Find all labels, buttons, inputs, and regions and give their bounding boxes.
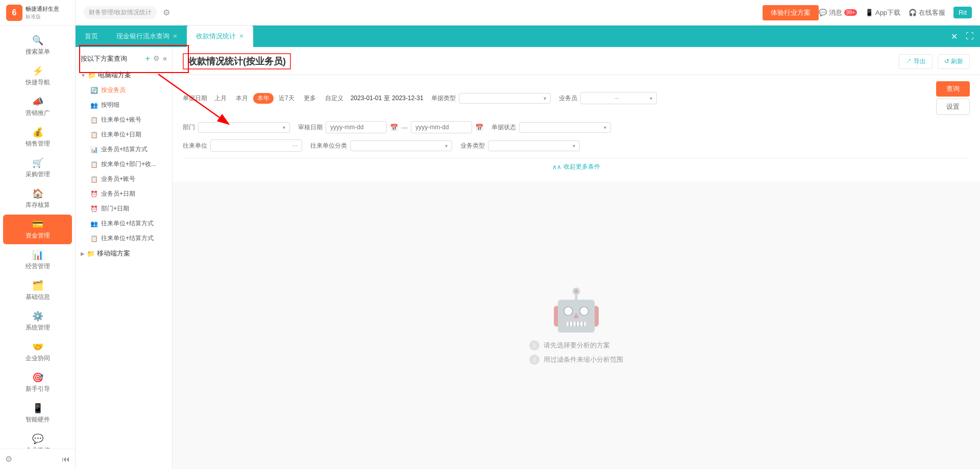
refresh-icon: ↺ [944, 58, 949, 65]
salesperson-settle-icon: 📊 [90, 146, 98, 153]
sidebar-item-search[interactable]: 🔍 搜索菜单 [3, 31, 72, 60]
sidebar-item-hardware[interactable]: 📱 智能硬件 [3, 398, 72, 428]
salesperson-account-icon: 📋 [90, 176, 98, 183]
sidebar-item-marketing[interactable]: 📣 营销推广 [3, 92, 72, 122]
date-tab-custom[interactable]: 自定义 [321, 93, 348, 104]
main-content: 财务管理/收款情况统计 ⚙ 体验行业方案 💬 消息 99+ 📱 App下载 🎧 … [76, 0, 980, 469]
dept-filter: 部门 ▾ [183, 122, 290, 133]
tab-collection-stats-close[interactable]: ✕ [239, 33, 244, 40]
message-item[interactable]: 💬 消息 99+ [819, 8, 857, 17]
sidebar-item-wechat[interactable]: 💬 企业微信 [3, 429, 72, 449]
date-label: 单据日期 [183, 94, 207, 103]
scheme-item-by-detail[interactable]: 👥 按明细 [76, 98, 172, 112]
sidebar-item-sales[interactable]: 💰 销售管理 [3, 123, 72, 152]
scheme-item-salesperson-account[interactable]: 📋 业务员+账号 [76, 172, 172, 186]
page-title: 收款情况统计(按业务员) [183, 53, 291, 69]
query-btn[interactable]: 查询 [936, 81, 970, 97]
dept-select[interactable]: ▾ [198, 122, 290, 133]
scheme-item-salesperson-date[interactable]: ⏰ 业务员+日期 [76, 186, 172, 201]
sidebar-item-guide[interactable]: 🎯 新手引导 [3, 368, 72, 397]
page-title-row: 收款情况统计(按业务员) ↗ 导出 ↺ 刷新 [183, 53, 970, 69]
tab-home[interactable]: 首页 [76, 26, 107, 47]
scheme-item-dept-date[interactable]: ⏰ 部门+日期 [76, 201, 172, 216]
date-tab-last-month[interactable]: 上月 [210, 93, 231, 104]
tab-bar-close-btn[interactable]: ✕ [949, 30, 960, 43]
tab-collection-stats[interactable]: 收款情况统计 ✕ [187, 26, 253, 47]
salesperson-more-btn[interactable]: ··· [614, 95, 619, 102]
date-tab-this-year[interactable]: 本年 [253, 93, 274, 104]
by-detail-icon: 👥 [90, 102, 98, 109]
supplier-settle2-icon: 📋 [90, 235, 98, 242]
tab-bank-flow[interactable]: 现金银行流水查询 ✕ [107, 26, 187, 47]
logo-text: 畅捷通好生意 标准版 [26, 5, 59, 20]
voucher-type-select[interactable]: ▾ [459, 93, 551, 104]
mobile-group-title[interactable]: ▶ 📁 移动端方案 [76, 246, 172, 261]
collapse-icon: ∧∧ [552, 163, 561, 171]
scheme-item-supplier-settle2[interactable]: 📋 往来单位+结算方式 [76, 231, 172, 246]
date-to: 2023-12-31 [392, 95, 423, 102]
scheme-collapse-btn[interactable]: « [163, 54, 167, 63]
business-type-select[interactable]: ▾ [488, 140, 580, 151]
sidebar-menu: 🔍 搜索菜单 ⚡ 快捷导航 📣 营销推广 💰 销售管理 🛒 采购管理 🏠 库存核… [0, 26, 75, 449]
scheme-item-supplier-settle1[interactable]: 👥 往来单位+结算方式 [76, 216, 172, 231]
tab-bank-flow-close[interactable]: ✕ [173, 33, 178, 40]
counterpart-select[interactable]: ··· [210, 139, 302, 152]
pc-scheme-group-title[interactable]: ▼ 📁 电脑端方案 [76, 67, 172, 83]
system-icon: ⚙️ [32, 311, 43, 322]
message-icon: 💬 [819, 9, 827, 16]
voucher-status-select[interactable]: ▾ [519, 122, 611, 133]
sidebar-item-purchase[interactable]: 🛒 采购管理 [3, 153, 72, 183]
salesperson-label: 业务员 [559, 94, 577, 103]
tab-bar-expand-btn[interactable]: ⛶ [964, 30, 976, 43]
breadcrumb: 财务管理/收款情况统计 [84, 6, 157, 19]
business-type-chevron: ▾ [573, 143, 575, 149]
export-icon: ↗ [905, 58, 912, 65]
marketing-icon: 📣 [32, 96, 43, 107]
salesperson-select[interactable]: ··· ▾ [580, 92, 657, 104]
supplier-settle1-icon: 👥 [90, 220, 98, 227]
voucher-type-label: 单据类型 [431, 94, 456, 103]
refresh-btn[interactable]: ↺ 刷新 [938, 54, 970, 69]
sidebar-item-operation[interactable]: 📊 经营管理 [3, 245, 72, 275]
collapse-bar[interactable]: ∧∧ 收起更多条件 [183, 158, 970, 175]
footer-settings-icon[interactable]: ⚙ [5, 454, 12, 464]
sidebar-item-finance[interactable]: 💳 资金管理 [3, 215, 72, 244]
footer-collapse-icon[interactable]: ⏮ [62, 455, 70, 464]
scheme-settings-btn[interactable]: ⚙ [153, 54, 160, 63]
left-panel-title: 按以下方案查询 [81, 54, 127, 63]
operation-icon: 📊 [32, 249, 43, 261]
calendar-icon-from[interactable]: 📅 [390, 124, 398, 131]
review-date-from[interactable] [326, 121, 387, 133]
user-avatar-item[interactable]: Rit [953, 7, 972, 18]
app-download-item[interactable]: 📱 App下载 [865, 8, 900, 17]
counterpart-more-btn[interactable]: ··· [292, 142, 298, 149]
date-tab-this-month[interactable]: 本月 [232, 93, 252, 104]
dept-chevron: ▾ [283, 125, 285, 130]
date-tab-last-7[interactable]: 近7天 [275, 93, 299, 104]
header-gear-icon[interactable]: ⚙ [163, 8, 170, 17]
add-scheme-btn[interactable]: + [145, 54, 150, 63]
search-icon: 🔍 [32, 35, 43, 46]
counterpart-category-select[interactable]: ▾ [350, 140, 452, 151]
date-tab-more[interactable]: 更多 [300, 93, 320, 104]
sidebar-item-enterprise[interactable]: 🤝 企业协同 [3, 337, 72, 367]
online-service-item[interactable]: 🎧 在线客服 [909, 8, 945, 17]
scheme-item-supplier-date[interactable]: 📋 往来单位+日期 [76, 127, 172, 142]
export-btn[interactable]: ↗ 导出 [899, 54, 932, 69]
filter-row-3: 往来单位 ··· 往来单位分类 ▾ [183, 139, 970, 152]
sidebar-item-quick-nav[interactable]: ⚡ 快捷导航 [3, 61, 72, 91]
review-date-to[interactable] [411, 121, 472, 133]
scheme-item-by-supplier-dept[interactable]: 📋 按来单位+部门+收... [76, 157, 172, 172]
sidebar-item-inventory[interactable]: 🏠 库存核算 [3, 184, 72, 214]
supplier-account-icon: 📋 [90, 116, 98, 124]
scheme-item-by-salesperson[interactable]: 🔄 按业务员 [76, 83, 172, 98]
calendar-icon-to[interactable]: 📅 [475, 124, 483, 131]
voucher-status-filter: 单据状态 ▾ [492, 122, 611, 133]
voucher-type-filter: 单据类型 ▾ [431, 93, 551, 104]
settings-btn[interactable]: 设置 [936, 99, 970, 115]
scheme-item-salesperson-settle[interactable]: 📊 业务员+结算方式 [76, 142, 172, 157]
sidebar-item-basic[interactable]: 🗂️ 基础信息 [3, 276, 72, 306]
sidebar-item-system[interactable]: ⚙️ 系统管理 [3, 307, 72, 336]
scheme-item-supplier-account[interactable]: 📋 往来单位+账号 [76, 112, 172, 127]
trial-btn[interactable]: 体验行业方案 [763, 5, 819, 20]
